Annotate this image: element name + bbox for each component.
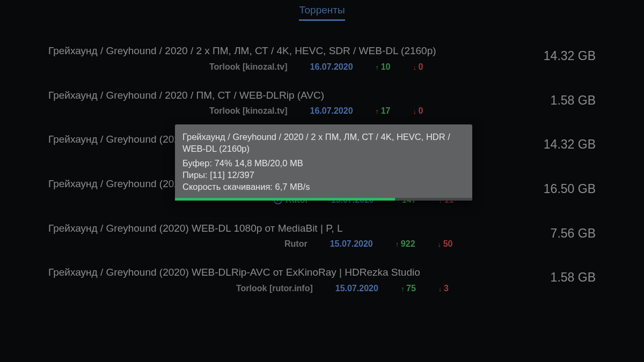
- file-size: 1.58 GB: [551, 270, 596, 285]
- peers-status: Пиры: [11] 12/397: [182, 169, 465, 181]
- file-size: 7.56 GB: [551, 226, 596, 241]
- file-size: 14.32 GB: [544, 49, 596, 63]
- buffering-dialog: Грейхаунд / Greyhound / 2020 / 2 x ПМ, Л…: [175, 124, 472, 201]
- seed-count: 922: [396, 239, 415, 249]
- seed-count: 17: [376, 106, 391, 116]
- source-label: Torlook [kinozal.tv]: [209, 106, 287, 116]
- leech-count: 0: [413, 62, 423, 72]
- file-size: 16.50 GB: [544, 182, 596, 196]
- seed-count: 10: [376, 62, 391, 72]
- seed-count: 75: [401, 284, 416, 293]
- torrent-date: 16.07.2020: [310, 62, 353, 72]
- source-label: Rutor: [284, 239, 308, 249]
- list-item[interactable]: Грейхаунд / Greyhound (2020) WEB-DLRip-A…: [48, 266, 596, 293]
- progress-bar: [175, 198, 472, 201]
- leech-count: 0: [413, 106, 423, 116]
- leech-count: 3: [438, 284, 449, 293]
- progress-fill: [175, 198, 395, 201]
- torrent-date: 15.07.2020: [330, 239, 373, 249]
- torrent-date: 15.07.2020: [335, 284, 378, 293]
- buffer-status: Буфер: 74% 14,8 MB/20,0 MB: [182, 157, 465, 169]
- file-size: 1.58 GB: [551, 93, 596, 108]
- torrent-date: 16.07.2020: [310, 106, 353, 116]
- leech-count: 50: [438, 239, 453, 249]
- torrent-title: Грейхаунд / Greyhound (2020) WEB-DL 1080…: [48, 222, 596, 235]
- torrent-title: Грейхаунд / Greyhound / 2020 / 2 x ПМ, Л…: [48, 45, 596, 58]
- dialog-title: Грейхаунд / Greyhound / 2020 / 2 x ПМ, Л…: [182, 131, 465, 155]
- torrent-title: Грейхаунд / Greyhound / 2020 / ПМ, СТ / …: [48, 89, 596, 102]
- list-item[interactable]: Грейхаунд / Greyhound / 2020 / 2 x ПМ, Л…: [48, 45, 596, 72]
- page-title: Торренты: [299, 4, 345, 21]
- source-label: Torlook [kinozal.tv]: [209, 62, 287, 72]
- speed-status: Скорость скачивания: 6,7 MB/s: [182, 181, 465, 193]
- torrent-title: Грейхаунд / Greyhound (2020) WEB-DLRip-A…: [48, 266, 596, 279]
- source-label: Torlook [rutor.info]: [236, 284, 313, 293]
- list-item[interactable]: Грейхаунд / Greyhound / 2020 / ПМ, СТ / …: [48, 89, 596, 116]
- list-item[interactable]: Грейхаунд / Greyhound (2020) WEB-DL 1080…: [48, 222, 596, 249]
- file-size: 14.32 GB: [544, 137, 596, 152]
